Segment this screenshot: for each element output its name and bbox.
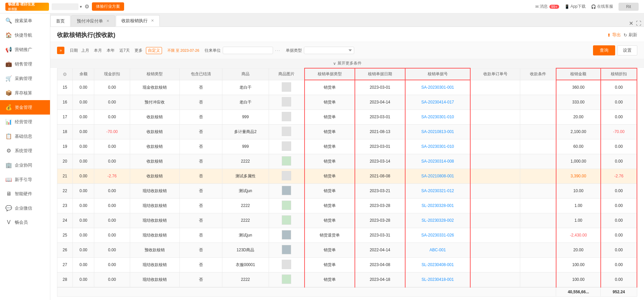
settings-gear-icon[interactable]: ⚙ [85,3,89,10]
verify-discount: 0.00 [601,183,637,198]
verify-no-link[interactable]: SA-20210813-001 [421,129,454,134]
th-gear[interactable]: ⚙ [57,68,73,80]
app-download-link[interactable]: 📱 App下载 [565,4,586,9]
verify-no[interactable]: SA-20230331-026 [405,228,470,243]
export-icon: ⬆ [607,33,611,38]
settings-button[interactable]: 设置 [617,45,637,55]
query-button[interactable]: 查询 [593,45,615,55]
verify-no[interactable]: SA-20230301-001 [405,80,470,95]
cash-discount: 0.00 [94,213,130,228]
sidebar-item-basic[interactable]: 📋 基础信息 [0,129,50,143]
goods: 测试jun [222,228,269,243]
sidebar-item-smart-hw[interactable]: 🖥 智能硬件 [0,187,50,201]
refresh-button[interactable]: ↻ 刷新 [624,32,637,38]
sidebar-item-finance[interactable]: 💰 资金管理 [0,100,50,115]
date-this-year[interactable]: 本年 [105,47,116,54]
verify-no-link[interactable]: SA-20230321-012 [421,188,454,193]
tab-actions: ✕ ⛶ [626,20,644,27]
sidebar-item-enterprise[interactable]: 🏢 企业协同 [0,158,50,172]
date-this-month[interactable]: 本月 [93,47,103,54]
tab-prepay-close-icon[interactable]: ✕ [106,19,109,23]
tab-expand-icon[interactable]: ⛶ [636,20,641,27]
verify-no-link[interactable]: SA-20230414-017 [421,100,454,104]
verify-amount: 2,100.00 [556,124,601,139]
date-custom[interactable]: 自定义 [146,47,162,54]
user-avatar[interactable]: Rit [619,3,639,11]
balance: 0.00 [72,213,94,228]
verify-discount: 0.00 [601,80,637,95]
goods-thumbnail [282,201,291,210]
top-bar: 畅捷通·谱好生意标准版 ▾ ⚙ 体验行业方案 ✉ 消息 99+ 📱 App下载 … [0,0,644,13]
verify-no[interactable]: SL-20230328-002 [405,213,470,228]
verify-no[interactable]: SA-20230414-017 [405,95,470,110]
verify-no[interactable]: SL-20230418-001 [405,272,470,287]
verify-no[interactable]: SA-20230301-010 [405,110,470,124]
verify-no-link[interactable]: SA-20230301-001 [421,85,454,90]
date-last-month[interactable]: 上月 [80,47,91,54]
sidebar-item-marketing[interactable]: 📢 营销推广 [0,42,50,57]
sidebar-item-system[interactable]: ⚙ 系统管理 [0,143,50,158]
goods: 测试jun [222,183,269,198]
verify-no[interactable]: SA-20230321-012 [405,183,470,198]
verify-no[interactable]: SA-20230314-008 [405,154,470,169]
sidebar-item-purchase[interactable]: 🛒 采购管理 [0,71,50,86]
export-button[interactable]: ⬆ 导出 [607,32,621,38]
goods-thumbnail [282,230,291,240]
verify-no-link[interactable]: SA-20230301-010 [421,115,454,119]
verify-no-link[interactable]: SA-20210808-001 [421,174,454,178]
verify-amount: 10.00 [556,183,601,198]
sidebar-item-wechat[interactable]: 💬 企业微信 [0,201,50,215]
verify-no[interactable]: SA-20210808-001 [405,169,470,183]
customer-service-link[interactable]: 🎧 在线客服 [591,4,613,9]
verify-no-link[interactable]: SL-20230418-001 [422,277,454,282]
partner-input[interactable] [223,47,273,54]
verify-no[interactable]: SA-20230301-010 [405,139,470,154]
sidebar-item-member[interactable]: V 畅会员 [0,215,50,229]
table-footer-row: 40,556,66... 952.24 [57,287,637,297]
table-header-row: ⚙ 余额 现金折扣 核销类型 包含已结清 商品 商品图片 核销单据类型 核销单据… [57,68,637,80]
receipt-order-no [470,272,520,287]
industry-solution-button[interactable]: 体验行业方案 [92,2,124,11]
verify-discount: 0.00 [601,139,637,154]
date-7days[interactable]: 近7天 [118,47,131,54]
include-settled: 否 [179,110,222,124]
expand-filter-button[interactable]: » [57,47,64,54]
sidebar-item-guide[interactable]: 📖 新手引导 [0,172,50,187]
verify-no[interactable]: SA-20210813-001 [405,124,470,139]
verify-no-link[interactable]: SL-20230328-002 [422,218,454,223]
verify-no-link[interactable]: SA-20230314-008 [421,159,454,164]
sidebar-item-search[interactable]: 🔍 搜索菜单 [0,13,50,28]
verify-no[interactable]: SL-20230408-001 [405,257,470,272]
receipt-condition [520,257,556,272]
date-more[interactable]: 更多 [133,47,144,54]
row-number: 16 [57,95,73,110]
expand-more-bar[interactable]: ∨ 展开更多条件 [50,59,644,68]
cash-discount: 0.00 [94,139,130,154]
cash-discount: -2.76 [94,169,130,183]
verify-no-link[interactable]: SA-20230301-010 [421,144,454,149]
column-settings-icon[interactable]: ⚙ [63,72,67,77]
verify-amount: 3,390.00 [556,169,601,183]
voucher-type-select[interactable] [304,47,354,54]
goods: 2222 [222,198,269,213]
tab-collection-close-icon[interactable]: ✕ [151,18,154,23]
tab-prepay[interactable]: 预付冲应付单 ✕ [71,15,115,27]
workspace-dropdown[interactable]: ▾ [52,3,82,10]
verify-no-link[interactable]: SA-20230331-026 [421,233,454,238]
verify-no-link[interactable]: SL-20230328-001 [422,203,454,208]
goods: 测试多属性 [222,169,269,183]
tab-close-all-icon[interactable]: ✕ [629,20,633,27]
goods-image [269,257,305,272]
tab-collection[interactable]: 收款核销执行 ✕ [116,15,160,27]
sidebar-item-quick-nav[interactable]: 🏠 快捷导航 [0,28,50,42]
sidebar-item-inventory[interactable]: 📦 库存核算 [0,86,50,100]
verify-no-link[interactable]: ABC-001 [429,248,446,252]
tab-home[interactable]: 首页 [50,15,70,27]
verify-no[interactable]: ABC-001 [405,243,470,257]
messages-link[interactable]: ✉ 消息 99+ [535,4,559,9]
table-row: 210.00-2.76收款核销否测试多属性销货单2021-08-08SA-202… [57,169,637,183]
verify-no-link[interactable]: SL-20230408-001 [422,262,454,267]
sidebar-item-business[interactable]: 📊 经营管理 [0,115,50,129]
sidebar-item-sales[interactable]: 💼 销售管理 [0,57,50,71]
verify-no[interactable]: SL-20230328-001 [405,198,470,213]
